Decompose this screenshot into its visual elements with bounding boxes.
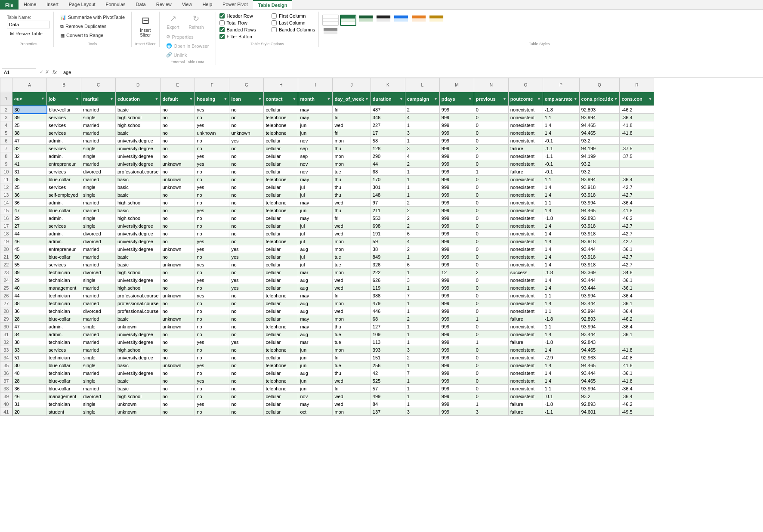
- cell-r40-c13[interactable]: 999: [439, 400, 474, 408]
- cell-r14-c6[interactable]: no: [195, 199, 229, 207]
- cell-r37-c6[interactable]: yes: [195, 377, 229, 385]
- cell-r5-c6[interactable]: unknown: [195, 129, 229, 137]
- cell-r36-c17[interactable]: 93.444: [579, 369, 620, 377]
- cell-r4-c13[interactable]: 999: [439, 121, 474, 129]
- cell-r9-c3[interactable]: married: [81, 160, 116, 168]
- cell-r12-c12[interactable]: 1: [405, 183, 439, 191]
- cell-r39-c18[interactable]: -36.4: [620, 393, 654, 400]
- cell-r12-c7[interactable]: no: [229, 183, 264, 191]
- col-letter-R[interactable]: R: [620, 78, 654, 92]
- cell-r33-c3[interactable]: married: [81, 346, 116, 354]
- cell-r6-c13[interactable]: 999: [439, 137, 474, 145]
- cell-r4-c16[interactable]: 1.4: [543, 121, 579, 129]
- cell-r21-c10[interactable]: tue: [333, 253, 371, 261]
- cell-r21-c17[interactable]: 93.918: [579, 253, 620, 261]
- cell-r22-c3[interactable]: married: [81, 261, 116, 269]
- col-header-housing[interactable]: housing▼: [195, 92, 229, 106]
- cell-r37-c13[interactable]: 999: [439, 377, 474, 385]
- cell-r2-c17[interactable]: 92.893: [579, 106, 620, 114]
- cell-r24-c4[interactable]: university.degree: [116, 276, 161, 284]
- cell-r34-c6[interactable]: no: [195, 354, 229, 362]
- cell-r29-c6[interactable]: no: [195, 315, 229, 323]
- cell-r19-c10[interactable]: mon: [333, 238, 371, 245]
- cell-r8-c14[interactable]: 0: [474, 152, 508, 160]
- formula-cross[interactable]: ✗: [45, 69, 49, 75]
- cell-r39-c17[interactable]: 93.2: [579, 393, 620, 400]
- cell-r33-c8[interactable]: telephone: [264, 346, 298, 354]
- cell-r38-c18[interactable]: -36.4: [620, 385, 654, 393]
- cell-r16-c2[interactable]: admin.: [47, 214, 81, 222]
- cell-r40-c15[interactable]: failure: [508, 400, 543, 408]
- cell-r10-c16[interactable]: -0.1: [543, 168, 579, 176]
- cell-r28-c11[interactable]: 446: [371, 307, 405, 315]
- cell-r7-c1[interactable]: 32: [12, 145, 47, 152]
- cell-r20-c1[interactable]: 45: [12, 245, 47, 253]
- cell-r37-c8[interactable]: telephone: [264, 377, 298, 385]
- cell-r12-c10[interactable]: thu: [333, 183, 371, 191]
- cell-r31-c14[interactable]: 0: [474, 331, 508, 338]
- cell-r8-c5[interactable]: no: [161, 152, 195, 160]
- cell-r41-c11[interactable]: 137: [371, 408, 405, 416]
- cell-r3-c16[interactable]: 1.1: [543, 114, 579, 121]
- cell-r33-c7[interactable]: no: [229, 346, 264, 354]
- cell-r3-c3[interactable]: single: [81, 114, 116, 121]
- col-header-job[interactable]: job▼: [47, 92, 81, 106]
- cell-r16-c9[interactable]: may: [298, 214, 333, 222]
- cell-r19-c13[interactable]: 999: [439, 238, 474, 245]
- cell-r4-c14[interactable]: 0: [474, 121, 508, 129]
- cell-r34-c10[interactable]: fri: [333, 354, 371, 362]
- cell-r15-c14[interactable]: 0: [474, 207, 508, 214]
- cell-r37-c16[interactable]: 1.4: [543, 377, 579, 385]
- cell-r23-c16[interactable]: -1.8: [543, 269, 579, 276]
- cell-r23-c7[interactable]: no: [229, 269, 264, 276]
- cell-r16-c13[interactable]: 999: [439, 214, 474, 222]
- cell-r26-c7[interactable]: no: [229, 292, 264, 300]
- table-name-input[interactable]: [7, 21, 50, 28]
- col-header-marital[interactable]: marital▼: [81, 92, 116, 106]
- cell-r32-c14[interactable]: 1: [474, 338, 508, 346]
- table-row[interactable]: 3134admin.marrieduniversity.degreenonono…: [0, 331, 654, 338]
- cell-r40-c14[interactable]: 1: [474, 400, 508, 408]
- cell-r37-c4[interactable]: basic: [116, 377, 161, 385]
- cell-r31-c7[interactable]: no: [229, 331, 264, 338]
- cell-r38-c6[interactable]: no: [195, 385, 229, 393]
- cell-r27-c12[interactable]: 1: [405, 300, 439, 307]
- cell-r33-c4[interactable]: high.school: [116, 346, 161, 354]
- cell-r33-c10[interactable]: mon: [333, 346, 371, 354]
- cell-r4-c18[interactable]: -41.8: [620, 121, 654, 129]
- cell-r12-c11[interactable]: 301: [371, 183, 405, 191]
- cell-r25-c3[interactable]: married: [81, 284, 116, 292]
- cell-r14-c17[interactable]: 93.994: [579, 199, 620, 207]
- cell-r18-c3[interactable]: divorced: [81, 230, 116, 238]
- cell-r39-c8[interactable]: cellular: [264, 393, 298, 400]
- cell-r14-c2[interactable]: admin.: [47, 199, 81, 207]
- cell-r37-c9[interactable]: jun: [298, 377, 333, 385]
- cell-r14-c15[interactable]: nonexistent: [508, 199, 543, 207]
- cell-r12-c18[interactable]: -42.7: [620, 183, 654, 191]
- cell-r5-c15[interactable]: nonexistent: [508, 129, 543, 137]
- cell-r18-c1[interactable]: 44: [12, 230, 47, 238]
- cell-r2-c8[interactable]: cellular: [264, 106, 298, 114]
- cell-r30-c3[interactable]: single: [81, 323, 116, 331]
- cell-r36-c1[interactable]: 48: [12, 369, 47, 377]
- cell-r22-c7[interactable]: no: [229, 261, 264, 269]
- cell-r21-c3[interactable]: married: [81, 253, 116, 261]
- cell-r3-c4[interactable]: high.school: [116, 114, 161, 121]
- cell-r34-c2[interactable]: technician: [47, 354, 81, 362]
- cell-r4-c5[interactable]: no: [161, 121, 195, 129]
- col-letter-J[interactable]: J: [333, 78, 371, 92]
- first-column-checkbox-label[interactable]: First Column: [272, 13, 315, 19]
- cell-r9-c17[interactable]: 93.2: [579, 160, 620, 168]
- cell-r35-c13[interactable]: 999: [439, 362, 474, 369]
- cell-r36-c2[interactable]: technician: [47, 369, 81, 377]
- cell-r16-c18[interactable]: -46.2: [620, 214, 654, 222]
- cell-r27-c1[interactable]: 38: [12, 300, 47, 307]
- cell-r39-c12[interactable]: 1: [405, 393, 439, 400]
- cell-r4-c8[interactable]: telephone: [264, 121, 298, 129]
- cell-r4-c11[interactable]: 227: [371, 121, 405, 129]
- cell-r24-c6[interactable]: yes: [195, 276, 229, 284]
- cell-r26-c3[interactable]: married: [81, 292, 116, 300]
- cell-r18-c7[interactable]: no: [229, 230, 264, 238]
- cell-r31-c6[interactable]: no: [195, 331, 229, 338]
- cell-r21-c14[interactable]: 0: [474, 253, 508, 261]
